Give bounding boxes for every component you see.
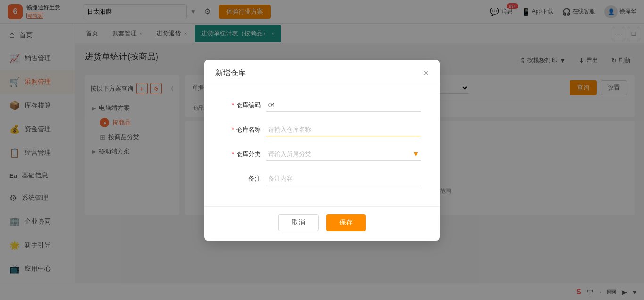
cancel-button[interactable]: 取消 xyxy=(278,214,319,231)
warehouse-category-field: 请输入所属分类 ▼ xyxy=(266,148,421,161)
warehouse-name-row: 仓库名称 xyxy=(223,123,421,136)
warehouse-name-input[interactable] xyxy=(266,123,421,136)
remarks-label: 备注 xyxy=(223,175,261,183)
remarks-field xyxy=(266,172,421,185)
warehouse-category-select[interactable]: 请输入所属分类 xyxy=(266,148,421,160)
new-warehouse-modal: 新增仓库 × 仓库编码 仓库名称 仓库分类 xyxy=(204,60,440,241)
warehouse-category-label: 仓库分类 xyxy=(223,150,261,158)
warehouse-name-label: 仓库名称 xyxy=(223,125,261,134)
modal-header: 新增仓库 × xyxy=(204,60,440,85)
modal-footer: 取消 保存 xyxy=(204,206,440,241)
warehouse-category-select-wrap: 请输入所属分类 ▼ xyxy=(266,148,421,161)
warehouse-code-input[interactable] xyxy=(266,99,421,112)
modal-overlay[interactable]: 新增仓库 × 仓库编码 仓库名称 仓库分类 xyxy=(0,0,644,300)
warehouse-code-row: 仓库编码 xyxy=(223,99,421,112)
warehouse-code-field xyxy=(266,99,421,112)
remarks-row: 备注 xyxy=(223,172,421,185)
modal-body: 仓库编码 仓库名称 仓库分类 请输入所属分类 xyxy=(204,85,440,206)
save-button[interactable]: 保存 xyxy=(326,214,366,231)
remarks-input[interactable] xyxy=(266,172,421,185)
warehouse-name-field xyxy=(266,123,421,136)
modal-close-btn[interactable]: × xyxy=(423,68,429,78)
warehouse-category-row: 仓库分类 请输入所属分类 ▼ xyxy=(223,148,421,161)
warehouse-code-label: 仓库编码 xyxy=(223,101,261,109)
modal-title: 新增仓库 xyxy=(215,68,246,78)
